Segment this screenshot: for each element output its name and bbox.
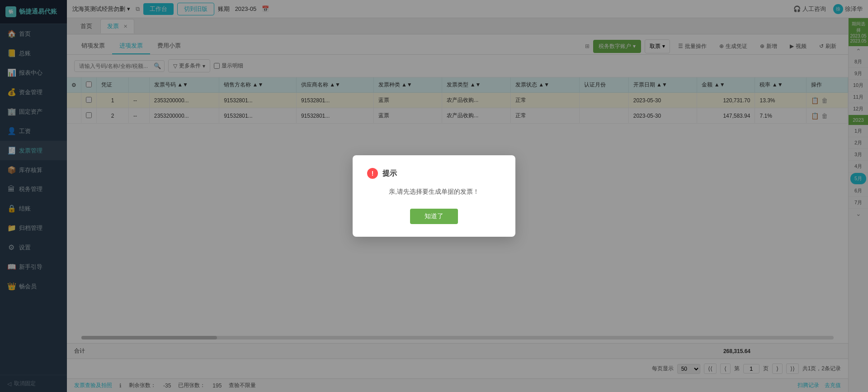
modal-title: 提示 <box>382 169 397 178</box>
modal-title-row: ! 提示 <box>367 168 501 179</box>
alert-modal: ! 提示 亲,请先选择要生成单据的发票！ 知道了 <box>353 155 515 237</box>
modal-footer: 知道了 <box>367 209 501 224</box>
warning-icon: ! <box>367 168 378 179</box>
modal-overlay: ! 提示 亲,请先选择要生成单据的发票！ 知道了 <box>0 0 868 392</box>
modal-ok-button[interactable]: 知道了 <box>410 209 458 224</box>
modal-message: 亲,请先选择要生成单据的发票！ <box>367 188 501 196</box>
